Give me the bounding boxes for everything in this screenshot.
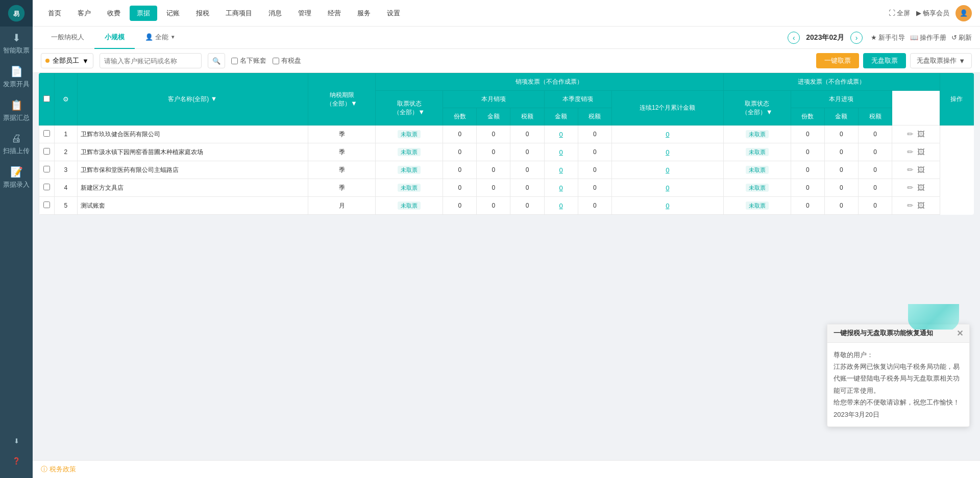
row-out-quarter-tax: 0 [578,179,611,197]
search-input[interactable] [100,53,202,68]
row-out-month-tax: 0 [510,197,544,215]
row-checkbox[interactable] [43,202,50,208]
th-settings: ⚙ [55,73,78,125]
row-view-icon[interactable]: 🖼 [917,183,925,192]
row-out-month-count: 0 [443,125,477,143]
th-in-month-amount: 金额 [824,108,858,125]
sidebar-item-scan-upload[interactable]: 🖨 扫描上传 [0,128,33,161]
subaccount-checkbox-label[interactable]: 名下账套 [231,56,266,65]
row-period: 季 [308,161,376,179]
period-next-btn[interactable]: › [850,32,863,44]
one-key-fetch-btn[interactable]: 一键取票 [816,53,859,68]
manual-link[interactable]: 📖 操作手册 [910,33,946,42]
row-edit-icon[interactable]: ✏ [907,201,914,210]
row-edit-icon[interactable]: ✏ [907,130,914,138]
employee-dot [45,59,50,63]
row-in-month-amount: 0 [824,179,858,197]
topnav-item-invoice[interactable]: 票据 [130,6,157,21]
row-in-status: 未取票 [723,161,791,179]
topnav-item-message[interactable]: 消息 [261,6,289,21]
topnav-item-settings[interactable]: 设置 [380,6,407,21]
topnav-item-operations[interactable]: 经营 [321,6,348,21]
notification-close-btn[interactable]: ✕ [957,329,963,338]
row-view-icon[interactable]: 🖼 [917,165,925,174]
row-in-month-tax: 0 [859,179,892,197]
topnav-item-business[interactable]: 工商项目 [218,6,259,21]
sidebar-item-invoice-open[interactable]: 📄 发票开具 [0,60,33,94]
taxdisk-checkbox-label[interactable]: 有税盘 [273,56,301,65]
employee-select[interactable]: 全部员工 ▼ [41,53,93,68]
fullscreen-label: 全屏 [897,9,910,18]
row-out-quarter-amount: 0 [544,197,578,215]
filter-icon4[interactable]: ▼ [766,108,773,116]
tab-small[interactable]: 小规模 [94,27,135,49]
th-month-purchase: 本月进项 [791,91,892,108]
select-all-checkbox[interactable] [43,95,50,102]
row-customer-name: 测试账套 [77,197,308,215]
topnav-item-home[interactable]: 首页 [41,6,68,21]
row-out-12m: 0 [611,197,723,215]
fullscreen-icon: ⛶ [889,9,895,17]
sidebar-item-label: 票据汇总 [3,113,30,122]
topnav: 首页 客户 收费 票据 记账 报税 工商项目 消息 管理 经营 服务 设置 ⛶ … [33,0,980,27]
topnav-item-tax[interactable]: 报税 [189,6,216,21]
taxdisk-checkbox[interactable] [273,58,279,64]
row-in-status: 未取票 [723,143,791,161]
row-checkbox[interactable] [43,184,50,190]
row-out-month-count: 0 [443,161,477,179]
th-purchase-invoice-group: 进项发票（不合作成票） [723,73,940,91]
row-out-month-count: 0 [443,179,477,197]
table-row: 3 卫辉市保和堂医药有限公司主蝠路店 季 未取票 0 0 0 0 0 0 未取票… [39,161,974,179]
topnav-item-service[interactable]: 服务 [350,6,378,21]
notification-body: 尊敬的用户： 江苏政务网已恢复访问电子税务局功能，易代账一键登陆电子税务局与无盘… [827,343,969,426]
row-out-month-tax: 0 [510,143,544,161]
refresh-link[interactable]: ↺ 刷新 [951,33,972,42]
sidebar-item-download[interactable]: ⬇ [0,432,33,450]
row-edit-icon[interactable]: ✏ [907,165,914,174]
new-guide-link[interactable]: ★ 新手引导 [871,33,905,42]
row-out-quarter-amount: 0 [544,125,578,143]
topnav-item-customer[interactable]: 客户 [70,6,98,21]
row-period: 月 [308,197,376,215]
settings-icon[interactable]: ⚙ [63,95,69,103]
filter-icon[interactable]: ▼ [211,95,217,103]
topnav-item-billing[interactable]: 收费 [100,6,128,21]
sidebar-item-smart-fetch[interactable]: ⬇ 智能取票 [0,27,33,60]
topnav-item-bookkeeping[interactable]: 记账 [159,6,187,21]
topnav-vip[interactable]: ▶ 畅享会员 [916,9,949,18]
row-checkbox[interactable] [43,148,50,155]
diskless-ops-btn[interactable]: 无盘取票操作 ▼ [910,53,972,68]
row-actions: ✏ 🖼 [892,179,940,197]
row-view-icon[interactable]: 🖼 [917,147,925,156]
th-in-month-tax: 税额 [859,108,892,125]
filter-icon3[interactable]: ▼ [418,108,425,116]
row-checkbox[interactable] [43,130,50,137]
row-checkbox[interactable] [43,166,50,172]
table-group-header-row: ⚙ 客户名称(全部) ▼ 纳税期限（全部）▼ 销项发票（不合作成票） 进项发票（… [39,73,974,91]
row-out-12m: 0 [611,161,723,179]
tab-general[interactable]: 一般纳税人 [41,27,94,49]
book-icon: 📖 [910,34,918,41]
topnav-item-management[interactable]: 管理 [291,6,318,21]
filter-icon2[interactable]: ▼ [351,99,357,107]
period-prev-btn[interactable]: ‹ [788,32,800,44]
topnav-avatar[interactable]: 👤 [955,5,972,21]
row-edit-icon[interactable]: ✏ [907,147,914,156]
row-edit-icon[interactable]: ✏ [907,183,914,192]
row-view-icon[interactable]: 🖼 [917,201,925,210]
notification-text: 尊敬的用户： 江苏政务网已恢复访问电子税务局功能，易代账一键登陆电子税务局与无盘… [834,349,963,420]
search-button[interactable]: 🔍 [208,53,225,68]
sidebar-item-invoice-summary[interactable]: 📋 票据汇总 [0,94,33,128]
manual-label: 操作手册 [920,33,946,42]
th-action: 操作 [940,73,973,125]
diskless-fetch-btn[interactable]: 无盘取票 [863,53,906,68]
subaccount-checkbox[interactable] [231,58,238,64]
row-out-month-amount: 0 [477,179,510,197]
topnav-fullscreen[interactable]: ⛶ 全屏 [889,9,910,18]
tab-all[interactable]: 👤 全能 ▼ [135,27,186,49]
tax-policy-link[interactable]: ⓘ 税务政策 [41,465,76,474]
sidebar-item-invoice-entry[interactable]: 📝 票据录入 [0,161,33,194]
row-view-icon[interactable]: 🖼 [917,130,925,138]
sidebar-item-help[interactable]: ❓ [0,452,33,470]
th-quarter-sales: 本季度销项 [544,91,611,108]
